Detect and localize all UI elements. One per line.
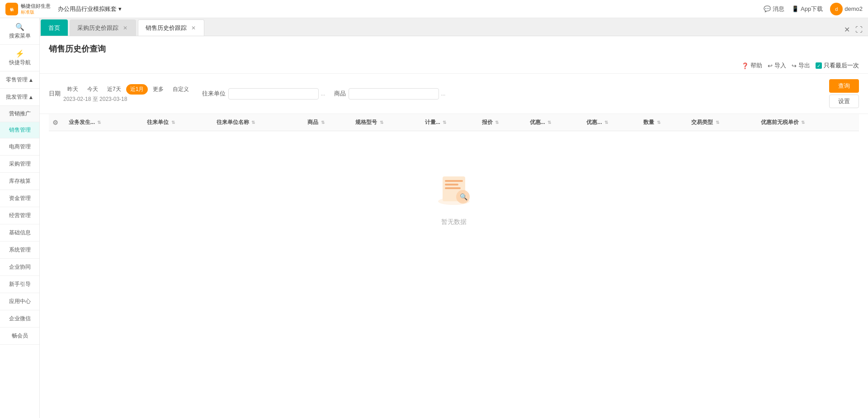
col-qty[interactable]: 数量 ⇅ (640, 114, 688, 131)
sort-icon-unit: ⇅ (443, 120, 446, 125)
topbar: 畅 畅捷信好生意 标准版 办公用品行业模拟账套 ▾ 💬 消息 📱 App下载 d… (0, 0, 868, 18)
last-only-checkbox-label[interactable]: ✓ 只看最后一次 (816, 62, 859, 70)
sort-icon-discount2: ⇅ (604, 120, 608, 125)
main-layout: 🔍 搜索菜单 ⚡ 快捷导航 零售管理 ▲ 批发管理 ▲ 营销推广 销售管理 (0, 18, 868, 418)
partner-filter-group: 往来单位 ... (202, 88, 325, 100)
col-partner-code[interactable]: 往来单位 ⇅ (143, 114, 213, 131)
tab-controls: ✕ ⛶ (842, 24, 868, 36)
sort-icon-trade-type: ⇅ (716, 120, 719, 125)
import-button[interactable]: ↩ 导入 (768, 62, 786, 70)
table-area: ⚙ 业务发生... ⇅ 往来单位 ⇅ 往来单位名称 (40, 114, 868, 262)
table-settings-icon[interactable]: ⚙ (52, 119, 58, 126)
sidebar-item-guide[interactable]: 新手引导 (0, 276, 39, 293)
sidebar-item-sales[interactable]: 销售管理 (0, 122, 39, 138)
arrow-icon: ▲ (28, 77, 34, 83)
sidebar-item-system[interactable]: 系统管理 (0, 242, 39, 259)
sidebar-item-ecommerce[interactable]: 电商管理 (0, 138, 39, 156)
sort-icon-product: ⇅ (321, 120, 325, 125)
sidebar-item-appstore[interactable]: 应用中心 (0, 293, 39, 310)
message-button[interactable]: 💬 消息 (764, 5, 784, 13)
user-profile[interactable]: d demo2 (830, 3, 863, 15)
tab-bar: 首页 采购历史价跟踪 ✕ 销售历史价跟踪 ✕ ✕ ⛶ (40, 18, 868, 36)
col-price[interactable]: 报价 ⇅ (478, 114, 526, 131)
settings-button[interactable]: 设置 (829, 95, 859, 108)
logo-icon: 畅 (5, 3, 18, 15)
tab-home[interactable]: 首页 (41, 19, 68, 36)
date-btn-today[interactable]: 今天 (83, 84, 102, 95)
topbar-left: 畅 畅捷信好生意 标准版 办公用品行业模拟账套 ▾ (5, 3, 125, 15)
date-btn-custom[interactable]: 自定义 (169, 84, 193, 95)
tab-close-sales[interactable]: ✕ (190, 24, 197, 32)
col-biz-date[interactable]: 业务发生... ⇅ (65, 114, 143, 131)
app-download-button[interactable]: 📱 App下载 (792, 5, 823, 13)
sidebar-item-member[interactable]: 畅会员 (0, 328, 39, 345)
sidebar-item-retail[interactable]: 零售管理 ▲ (0, 71, 39, 89)
svg-text:畅: 畅 (10, 7, 14, 11)
table-header: ⚙ 业务发生... ⇅ 往来单位 ⇅ 往来单位名称 (49, 114, 859, 131)
checkbox-ticked-icon: ✓ (816, 62, 822, 69)
sidebar-item-marketing[interactable]: 营销推广 (0, 106, 39, 122)
product-input[interactable] (349, 88, 439, 100)
chevron-down-icon: ▾ (118, 5, 122, 12)
sidebar-item-wholesale[interactable]: 批发管理 ▲ (0, 89, 39, 106)
sidebar-item-inventory[interactable]: 库存核算 (0, 173, 39, 190)
maximize-icon[interactable]: ⛶ (854, 24, 864, 36)
sidebar-item-basic[interactable]: 基础信息 (0, 224, 39, 242)
app-selector[interactable]: 办公用品行业模拟账套 ▾ (54, 3, 125, 15)
import-icon: ↩ (768, 62, 773, 69)
download-icon: 📱 (792, 5, 799, 12)
col-unit[interactable]: 计量... ⇅ (421, 114, 478, 131)
col-discount1[interactable]: 优惠... ⇅ (526, 114, 583, 131)
partner-input-group: ... (228, 88, 325, 100)
product-input-group: ... (349, 88, 445, 100)
sort-icon-qty: ⇅ (657, 120, 660, 125)
date-buttons: 昨天 今天 近7天 近1月 更多 自定义 (63, 84, 193, 95)
product-dots[interactable]: ... (441, 90, 445, 97)
svg-text:🔍: 🔍 (460, 193, 468, 201)
topbar-right: 💬 消息 📱 App下载 d demo2 (764, 3, 863, 15)
date-btn-yesterday[interactable]: 昨天 (63, 84, 82, 95)
date-btn-more[interactable]: 更多 (149, 84, 168, 95)
sidebar-sub-wholesale: 营销推广 销售管理 (0, 106, 39, 138)
empty-text: 暂无数据 (441, 218, 467, 226)
table-header-row: ⚙ 业务发生... ⇅ 往来单位 ⇅ 往来单位名称 (49, 114, 859, 131)
date-btn-7days[interactable]: 近7天 (103, 84, 125, 95)
sidebar-item-operation[interactable]: 经营管理 (0, 207, 39, 224)
sort-icon-partner-name: ⇅ (251, 120, 255, 125)
sidebar-item-wechat[interactable]: 企业微信 (0, 310, 39, 328)
svg-rect-4 (445, 180, 463, 182)
col-trade-type[interactable]: 交易类型 ⇅ (688, 114, 757, 131)
help-button[interactable]: ❓ 帮助 (741, 62, 762, 70)
col-spec[interactable]: 规格型号 ⇅ (352, 114, 421, 131)
sidebar-item-cooperation[interactable]: 企业协同 (0, 259, 39, 276)
logo-text: 畅捷信好生意 标准版 (21, 3, 51, 15)
export-icon: ↪ (792, 62, 797, 69)
data-table: ⚙ 业务发生... ⇅ 往来单位 ⇅ 往来单位名称 (49, 114, 859, 131)
page-header: 销售历史价查询 (40, 36, 868, 58)
partner-dots[interactable]: ... (321, 90, 325, 97)
empty-state-icon: 🔍 (431, 167, 476, 213)
sidebar-item-purchase[interactable]: 采购管理 (0, 156, 39, 173)
svg-rect-6 (445, 187, 461, 189)
sort-icon-pretax-price: ⇅ (801, 120, 805, 125)
date-btn-1month[interactable]: 近1月 (126, 84, 148, 95)
partner-input[interactable] (228, 88, 319, 100)
col-discount2[interactable]: 优惠... ⇅ (583, 114, 640, 131)
sidebar-item-finance[interactable]: 资金管理 (0, 190, 39, 207)
product-label: 商品 (334, 90, 346, 98)
message-icon: 💬 (764, 5, 771, 12)
help-icon: ❓ (741, 62, 749, 69)
col-partner-name[interactable]: 往来单位名称 ⇅ (213, 114, 304, 131)
tab-sales-history[interactable]: 销售历史价跟踪 ✕ (138, 19, 204, 36)
col-pretax-price[interactable]: 优惠前无税单价 ⇅ (757, 114, 859, 131)
search-button[interactable]: 查询 (829, 79, 859, 93)
export-button[interactable]: ↪ 导出 (792, 62, 810, 70)
tab-purchase-history[interactable]: 采购历史价跟踪 ✕ (70, 19, 136, 36)
tab-close-purchase[interactable]: ✕ (122, 24, 128, 32)
sidebar-item-search[interactable]: 🔍 搜索菜单 (0, 18, 39, 45)
sidebar-item-quicknav[interactable]: ⚡ 快捷导航 (0, 45, 39, 71)
action-buttons: 查询 设置 (829, 79, 859, 108)
empty-state: 🔍 暂无数据 (49, 131, 859, 262)
col-product[interactable]: 商品 ⇅ (304, 114, 352, 131)
close-window-icon[interactable]: ✕ (842, 24, 852, 36)
